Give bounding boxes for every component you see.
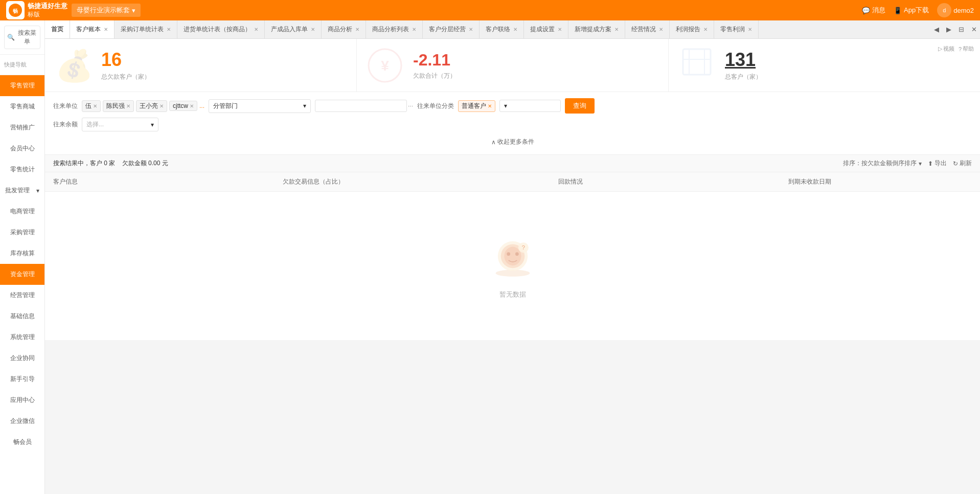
summary-card-debt: ¥ -2.11 欠款合计（万） bbox=[357, 39, 669, 92]
tab-bar: 首页 客户账本 ✕ 采购订单统计表 ✕ 进货单统计表（按商品） ✕ 产成品入库单… bbox=[45, 20, 980, 39]
summary-card-all-customers: 131 总客户（家） ▷ 视频 ? 帮助 bbox=[669, 39, 980, 92]
close-icon[interactable]: ✕ bbox=[558, 27, 562, 32]
tab-prev-button[interactable]: ◀ bbox=[931, 24, 942, 35]
chevron-down-icon: ▾ bbox=[919, 160, 922, 167]
tab-expand-button[interactable]: ⊟ bbox=[955, 24, 967, 35]
user-profile[interactable]: d demo2 bbox=[937, 3, 974, 17]
sidebar-item-cooperation[interactable]: 企业协同 bbox=[0, 348, 44, 369]
close-icon[interactable]: ✕ bbox=[748, 27, 752, 32]
tab-purchase-order-stats[interactable]: 采购订单统计表 ✕ bbox=[115, 20, 177, 39]
tab-retail-profit[interactable]: 零售利润 ✕ bbox=[714, 20, 759, 39]
unit-filter-label: 往来单位 bbox=[53, 102, 78, 110]
tab-new-commission[interactable]: 新增提成方案 ✕ bbox=[568, 20, 625, 39]
query-button[interactable]: 查询 bbox=[565, 98, 595, 114]
summary-bar: 💰 16 总欠款客户（家） ¥ -2.11 欠款合计（万） bbox=[45, 39, 980, 92]
tab-close-all-button[interactable]: ✕ bbox=[968, 24, 980, 35]
sort-dropdown[interactable]: 排序：按欠款金额倒序排序 ▾ bbox=[843, 159, 922, 168]
remove-tag-2[interactable]: ✕ bbox=[159, 103, 164, 109]
app-download-button[interactable]: 📱 App下载 bbox=[894, 6, 929, 15]
tab-operations[interactable]: 经营情况 ✕ bbox=[625, 20, 670, 39]
close-icon[interactable]: ✕ bbox=[311, 27, 315, 32]
close-icon[interactable]: ✕ bbox=[659, 27, 663, 32]
total-all-customers-label: 总客户（家） bbox=[725, 73, 762, 81]
close-icon[interactable]: ✕ bbox=[254, 27, 258, 32]
remove-tag-3[interactable]: ✕ bbox=[190, 103, 194, 109]
top-bar: 畅 畅捷通好生意 标版 母婴行业演示帐套 ▾ 💬 消息 📱 App下载 bbox=[0, 0, 980, 20]
total-debt-label: 欠款合计（万） bbox=[413, 72, 456, 80]
tab-product-analysis-list[interactable]: 商品分析列表 ✕ bbox=[366, 20, 423, 39]
tab-commission-settings[interactable]: 提成设置 ✕ bbox=[524, 20, 568, 39]
sidebar: 🔍 搜索菜单 快捷导航 零售管理 零售商城 营销推广 会员中心 零售统计 批发管… bbox=[0, 20, 45, 494]
tab-home[interactable]: 首页 bbox=[45, 20, 70, 39]
sidebar-item-system[interactable]: 系统管理 bbox=[0, 327, 44, 348]
tab-production-stock[interactable]: 产成品入库单 ✕ bbox=[265, 20, 322, 39]
sidebar-item-wholesale[interactable]: 批发管理▾ bbox=[0, 180, 44, 201]
sidebar-item-wechat[interactable]: 企业微信 bbox=[0, 411, 44, 432]
video-link[interactable]: ▷ 视频 bbox=[938, 45, 954, 53]
tab-product-analysis[interactable]: 商品分析 ✕ bbox=[322, 20, 366, 39]
remove-class-tag[interactable]: ✕ bbox=[488, 103, 492, 109]
person-input[interactable] bbox=[315, 100, 407, 112]
refresh-button[interactable]: ↻ 刷新 bbox=[953, 159, 972, 168]
sidebar-item-member[interactable]: 会员中心 bbox=[0, 138, 44, 159]
more-tags-button[interactable]: ... bbox=[199, 102, 204, 109]
sidebar-item-operations[interactable]: 经营管理 bbox=[0, 285, 44, 306]
tab-customer-contact[interactable]: 客户联络 ✕ bbox=[480, 20, 524, 39]
logo-text: 畅捷通好生意 标版 bbox=[28, 2, 67, 18]
tab-profit-report[interactable]: 利润报告 ✕ bbox=[670, 20, 714, 39]
balance-dropdown[interactable]: 选择... ▾ bbox=[82, 118, 158, 131]
sidebar-item-basic-info[interactable]: 基础信息 bbox=[0, 306, 44, 327]
filter-row-1: 往来单位 伍 ✕ 陈民强 ✕ 王小亮 bbox=[53, 98, 972, 114]
result-bar: 搜索结果中，客户 0 家 欠款金额 0.00 元 排序：按欠款金额倒序排序 ▾ bbox=[45, 155, 980, 172]
sidebar-item-guide[interactable]: 新手引导 bbox=[0, 369, 44, 390]
unit-tag-0: 伍 ✕ bbox=[82, 100, 101, 112]
total-customers-label: 总欠款客户（家） bbox=[101, 73, 150, 81]
logo-icon: 畅 bbox=[6, 1, 25, 19]
sidebar-item-inventory[interactable]: 库存核算 bbox=[0, 243, 44, 264]
sidebar-item-finance[interactable]: 资金管理 bbox=[0, 264, 44, 285]
close-icon[interactable]: ✕ bbox=[513, 27, 517, 32]
tab-next-button[interactable]: ▶ bbox=[943, 24, 954, 35]
person-more-icon[interactable]: ··· bbox=[408, 102, 413, 109]
sidebar-item-ecommerce[interactable]: 电商管理 bbox=[0, 201, 44, 222]
chevron-down-icon: ▾ bbox=[151, 121, 154, 128]
sidebar-search-button[interactable]: 🔍 搜索菜单 bbox=[4, 26, 40, 49]
workspace-dropdown[interactable]: 母婴行业演示帐套 ▾ bbox=[72, 4, 141, 17]
dept-dropdown[interactable]: 分管部门 ▾ bbox=[209, 99, 311, 113]
message-icon: 💬 bbox=[862, 7, 870, 14]
collapse-button[interactable]: ∧ 收起更多条件 bbox=[487, 136, 538, 148]
empty-state: ? 暂无数据 bbox=[45, 192, 980, 340]
close-icon[interactable]: ✕ bbox=[104, 27, 108, 32]
unit-class-dropdown[interactable]: ▾ bbox=[499, 100, 561, 112]
sidebar-item-retail[interactable]: 零售管理 bbox=[0, 75, 44, 96]
sidebar-item-purchase[interactable]: 采购管理 bbox=[0, 222, 44, 243]
close-icon[interactable]: ✕ bbox=[167, 27, 171, 32]
empty-text: 暂无数据 bbox=[499, 290, 526, 299]
close-icon[interactable]: ✕ bbox=[469, 27, 473, 32]
chevron-down-icon: ▾ bbox=[504, 102, 507, 109]
export-button[interactable]: ⬆ 导出 bbox=[928, 159, 947, 168]
total-all-customers-value: 131 bbox=[725, 49, 762, 71]
sidebar-item-app-center[interactable]: 应用中心 bbox=[0, 390, 44, 411]
sidebar-item-marketing[interactable]: 营销推广 bbox=[0, 117, 44, 138]
collapse-row: ∧ 收起更多条件 bbox=[53, 136, 972, 148]
close-icon[interactable]: ✕ bbox=[355, 27, 359, 32]
message-button[interactable]: 💬 消息 bbox=[862, 6, 885, 15]
help-link[interactable]: ? 帮助 bbox=[959, 45, 974, 53]
tab-customer-segment[interactable]: 客户分层经营 ✕ bbox=[423, 20, 480, 39]
content-area: 首页 客户账本 ✕ 采购订单统计表 ✕ 进货单统计表（按商品） ✕ 产成品入库单… bbox=[45, 20, 980, 494]
tab-purchase-stats-product[interactable]: 进货单统计表（按商品） ✕ bbox=[177, 20, 265, 39]
remove-tag-1[interactable]: ✕ bbox=[126, 103, 130, 109]
tab-customer-ledger[interactable]: 客户账本 ✕ bbox=[70, 20, 115, 39]
close-icon[interactable]: ✕ bbox=[614, 27, 619, 32]
remove-tag-0[interactable]: ✕ bbox=[93, 103, 97, 109]
unit-tag-1: 陈民强 ✕ bbox=[103, 100, 134, 112]
chevron-down-icon: ▾ bbox=[132, 7, 135, 14]
close-icon[interactable]: ✕ bbox=[703, 27, 708, 32]
filter-row-2: 往来余额 选择... ▾ bbox=[53, 118, 972, 131]
sidebar-item-member2[interactable]: 畅会员 bbox=[0, 432, 44, 453]
download-icon: 📱 bbox=[894, 7, 902, 14]
sidebar-item-retail-stats[interactable]: 零售统计 bbox=[0, 159, 44, 180]
sidebar-item-retail-mall[interactable]: 零售商城 bbox=[0, 96, 44, 117]
close-icon[interactable]: ✕ bbox=[412, 27, 416, 32]
